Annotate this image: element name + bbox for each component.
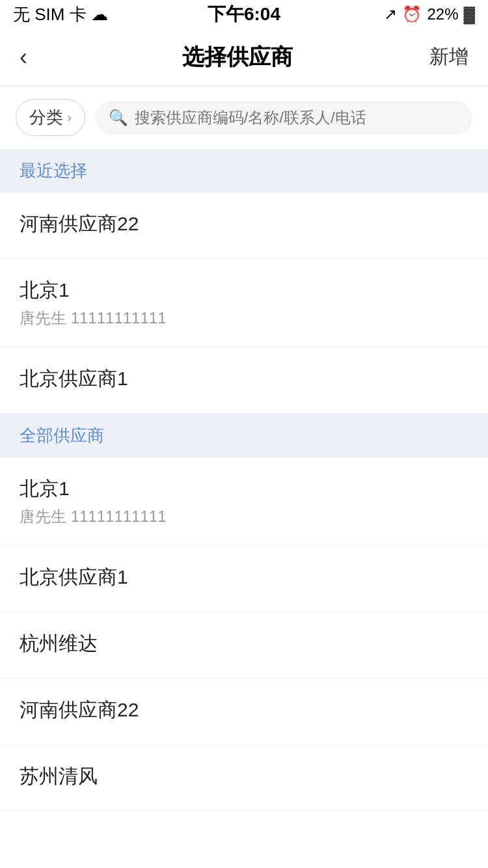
item-sub: 唐先生 11111111111	[20, 506, 468, 527]
page-title: 选择供应商	[59, 42, 416, 72]
category-label: 分类	[29, 106, 63, 129]
battery-icon: ▓	[464, 5, 476, 23]
item-sub: 唐先生 11111111111	[20, 308, 468, 329]
search-bar: 分类 › 🔍	[0, 86, 488, 149]
sim-text: 无 SIM 卡 ☁	[13, 3, 108, 26]
search-input-wrap: 🔍	[96, 101, 472, 135]
item-name: 北京1	[20, 277, 468, 304]
list-item[interactable]: 北京供应商1	[0, 347, 488, 414]
all-list: 北京1 唐先生 11111111111北京供应商1 杭州维达 河南供应商22 苏…	[0, 457, 488, 811]
status-time: 下午6:04	[208, 2, 280, 27]
list-item[interactable]: 北京1 唐先生 11111111111	[0, 457, 488, 546]
item-name: 杭州维达	[20, 631, 468, 657]
all-section-label: 全部供应商	[20, 426, 104, 445]
alarm-icon: ⏰	[402, 5, 422, 23]
back-button[interactable]: ‹	[20, 44, 59, 71]
item-name: 北京供应商1	[20, 564, 468, 591]
all-section-header: 全部供应商	[0, 414, 488, 457]
nav-bar: ‹ 选择供应商 新增	[0, 29, 488, 86]
status-bar: 无 SIM 卡 ☁ 下午6:04 ↗ ⏰ 22% ▓	[0, 0, 488, 29]
chevron-right-icon: ›	[67, 110, 72, 125]
search-icon: 🔍	[109, 109, 128, 127]
location-icon: ↗	[384, 5, 397, 23]
list-item[interactable]: 河南供应商22	[0, 193, 488, 259]
search-input[interactable]	[135, 109, 459, 127]
recent-list: 河南供应商22 北京1 唐先生 11111111111北京供应商1	[0, 193, 488, 414]
add-button[interactable]: 新增	[416, 44, 468, 70]
item-name: 河南供应商22	[20, 697, 468, 724]
item-name: 北京供应商1	[20, 366, 468, 392]
list-item[interactable]: 杭州维达	[0, 612, 488, 679]
recent-section-label: 最近选择	[20, 161, 87, 180]
status-left: 无 SIM 卡 ☁	[13, 3, 108, 26]
item-name: 河南供应商22	[20, 211, 468, 237]
list-item[interactable]: 北京1 唐先生 11111111111	[0, 259, 488, 347]
item-name: 苏州清风	[20, 763, 468, 790]
recent-section-header: 最近选择	[0, 149, 488, 193]
item-name: 北京1	[20, 476, 468, 502]
status-right: ↗ ⏰ 22% ▓	[384, 5, 475, 23]
category-button[interactable]: 分类 ›	[16, 99, 85, 136]
list-item[interactable]: 北京供应商1	[0, 546, 488, 612]
list-item[interactable]: 苏州清风	[0, 745, 488, 811]
battery-text: 22%	[427, 5, 458, 23]
list-item[interactable]: 河南供应商22	[0, 679, 488, 745]
